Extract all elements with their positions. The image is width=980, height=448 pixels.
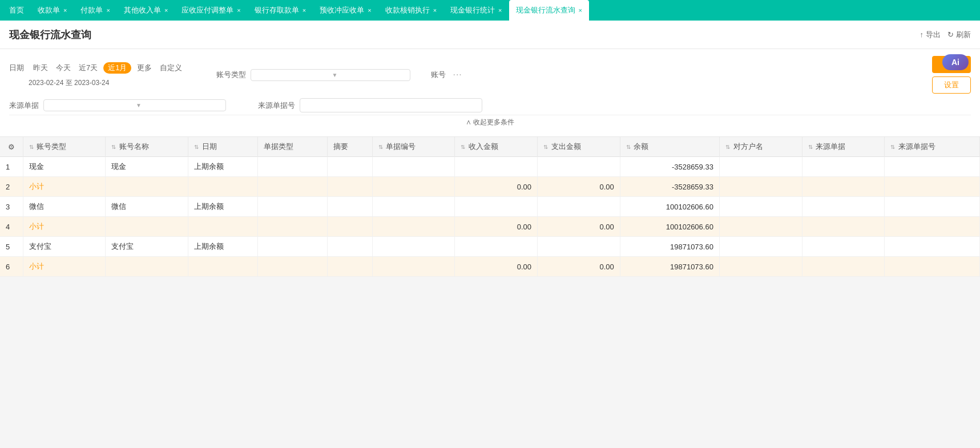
row-expense: 0.00 xyxy=(538,257,620,277)
row-source-doc-no xyxy=(885,177,980,197)
close-tab-3[interactable]: × xyxy=(237,0,240,21)
date-shortcut-yesterday[interactable]: 昨天 xyxy=(31,62,50,74)
data-table: ⚙ ⇅ 账号类型 ⇅ 账号名称 ⇅ 日期 单据类型 摘要 xyxy=(0,137,980,277)
row-account-type: 支付宝 xyxy=(23,237,106,257)
nav-tab-8[interactable]: 现金银行流水查询 × xyxy=(509,0,589,21)
table-row: 3微信微信上期余额100102606.60 xyxy=(0,197,980,217)
row-expense xyxy=(538,157,620,177)
nav-tab-7[interactable]: 现金银行统计 × xyxy=(443,0,509,21)
account-type-select[interactable]: ▼ xyxy=(251,69,410,81)
row-doc-type xyxy=(258,177,328,197)
row-no: 5 xyxy=(0,237,23,257)
row-balance: -3528659.33 xyxy=(620,157,719,177)
close-tab-6[interactable]: × xyxy=(433,0,437,21)
th-settings[interactable]: ⚙ xyxy=(0,137,23,157)
row-source-doc xyxy=(802,237,885,257)
th-date[interactable]: ⇅ 日期 xyxy=(188,137,258,157)
row-source-doc-no xyxy=(885,217,980,237)
source-doc-dropdown-icon: ▼ xyxy=(136,102,221,108)
row-source-doc xyxy=(802,177,885,197)
close-tab-7[interactable]: × xyxy=(498,0,502,21)
account-type-dropdown-icon: ▼ xyxy=(332,72,405,78)
close-tab-4[interactable]: × xyxy=(303,0,306,21)
row-expense: 0.00 xyxy=(538,217,620,237)
th-doc-type: 单据类型 xyxy=(258,137,328,157)
date-shortcut-7days[interactable]: 近7天 xyxy=(76,62,100,74)
th-summary: 摘要 xyxy=(328,137,373,157)
sort-icon-expense: ⇅ xyxy=(543,144,548,150)
nav-tab-2[interactable]: 其他收入单 × xyxy=(117,0,175,21)
nav-tab-4[interactable]: 银行存取款单 × xyxy=(248,0,313,21)
row-account-type: 小计 xyxy=(23,177,106,197)
source-doc-no-label: 来源单据号 xyxy=(258,100,295,111)
export-button[interactable]: ↑ 导出 xyxy=(920,30,941,40)
th-doc-no[interactable]: ⇅ 单据编号 xyxy=(372,137,455,157)
nav-tab-3[interactable]: 应收应付调整单 × xyxy=(175,0,247,21)
row-summary xyxy=(328,177,373,197)
filter-row-2: 来源单据 ▼ 来源单据号 xyxy=(9,98,971,112)
table-row: 2小计0.000.00-3528659.33 xyxy=(0,177,980,197)
row-source-doc xyxy=(802,217,885,237)
date-shortcut-custom[interactable]: 自定义 xyxy=(158,62,184,74)
settings-gear-icon[interactable]: ⚙ xyxy=(8,143,15,151)
row-account-name xyxy=(106,217,188,237)
collapse-bar[interactable]: ∧ 收起更多条件 xyxy=(9,115,971,130)
row-account-name: 支付宝 xyxy=(106,237,188,257)
close-tab-1[interactable]: × xyxy=(106,0,110,21)
nav-tab-1[interactable]: 付款单 × xyxy=(74,0,116,21)
date-shortcut-1month[interactable]: 近1月 xyxy=(103,62,131,74)
sort-icon-account-name: ⇅ xyxy=(111,144,116,150)
th-source-doc-no[interactable]: ⇅ 来源单据号 xyxy=(885,137,980,157)
row-summary xyxy=(328,197,373,217)
th-account-type[interactable]: ⇅ 账号类型 xyxy=(23,137,106,157)
row-income: 0.00 xyxy=(455,177,538,197)
row-source-doc xyxy=(802,257,885,277)
th-income[interactable]: ⇅ 收入金额 xyxy=(455,137,538,157)
th-expense[interactable]: ⇅ 支出金额 xyxy=(538,137,620,157)
page-header: 现金银行流水查询 ↑ 导出 ↻ 刷新 xyxy=(0,21,980,49)
th-source-doc[interactable]: ⇅ 来源单据 xyxy=(802,137,885,157)
nav-tab-0[interactable]: 收款单 × xyxy=(31,0,74,21)
ai-button[interactable]: Ai xyxy=(942,54,969,70)
row-account-type: 小计 xyxy=(23,257,106,277)
row-summary xyxy=(328,157,373,177)
refresh-button[interactable]: ↻ 刷新 xyxy=(947,30,971,40)
row-balance: 19871073.60 xyxy=(620,257,719,277)
close-tab-8[interactable]: × xyxy=(579,0,582,21)
nav-home[interactable]: 首页 xyxy=(2,0,31,21)
row-source-doc-no xyxy=(885,237,980,257)
sort-icon-source-doc-no: ⇅ xyxy=(890,144,895,150)
settings-button[interactable]: 设置 xyxy=(932,76,971,94)
nav-tab-6[interactable]: 收款核销执行 × xyxy=(378,0,443,21)
date-shortcut-more[interactable]: 更多 xyxy=(135,62,154,74)
th-balance[interactable]: ⇅ 余额 xyxy=(620,137,719,157)
source-doc-no-input[interactable] xyxy=(300,98,482,112)
row-expense xyxy=(538,197,620,217)
account-type-label: 账号类型 xyxy=(216,70,246,80)
close-tab-0[interactable]: × xyxy=(63,0,67,21)
row-counterpart xyxy=(719,237,802,257)
th-account-name[interactable]: ⇅ 账号名称 xyxy=(106,137,188,157)
date-range-display: 2023-02-24 至 2023-03-24 xyxy=(29,78,109,88)
date-shortcut-today[interactable]: 今天 xyxy=(54,62,73,74)
row-date xyxy=(188,257,258,277)
sort-icon-date: ⇅ xyxy=(194,144,199,150)
close-tab-2[interactable]: × xyxy=(164,0,168,21)
close-tab-5[interactable]: × xyxy=(368,0,371,21)
sort-icon-account-type: ⇅ xyxy=(29,144,34,150)
row-doc-no xyxy=(372,197,455,217)
row-income xyxy=(455,197,538,217)
row-source-doc-no xyxy=(885,197,980,217)
account-dots[interactable]: ··· xyxy=(453,70,462,80)
th-counterpart[interactable]: ⇅ 对方户名 xyxy=(719,137,802,157)
row-date: 上期余额 xyxy=(188,197,258,217)
row-account-type: 小计 xyxy=(23,217,106,237)
nav-tab-5[interactable]: 预收冲应收单 × xyxy=(313,0,378,21)
row-source-doc-no xyxy=(885,157,980,177)
row-source-doc xyxy=(802,157,885,177)
account-label: 账号 xyxy=(431,70,448,80)
source-doc-select[interactable]: ▼ xyxy=(43,99,226,111)
sort-icon-income: ⇅ xyxy=(461,144,465,150)
row-balance: -3528659.33 xyxy=(620,177,719,197)
table-row: 5支付宝支付宝上期余额19871073.60 xyxy=(0,237,980,257)
